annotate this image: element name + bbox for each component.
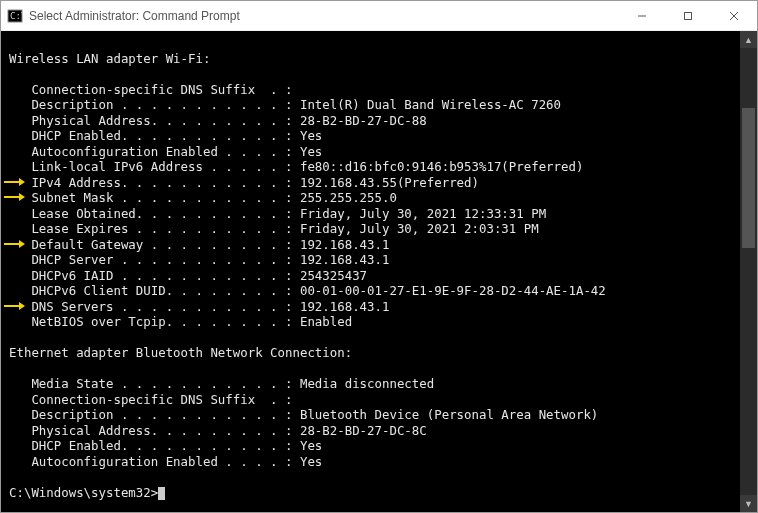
- config-row: NetBIOS over Tcpip. . . . . . . . : Enab…: [5, 314, 740, 330]
- config-row: Lease Obtained. . . . . . . . . . : Frid…: [5, 206, 740, 222]
- config-row: Autoconfiguration Enabled . . . . : Yes: [5, 454, 740, 470]
- highlight-arrow-icon: [5, 237, 25, 252]
- config-row: DHCPv6 Client DUID. . . . . . . . : 00-0…: [5, 283, 740, 299]
- minimize-button[interactable]: [619, 1, 665, 31]
- config-row: Media State . . . . . . . . . . . : Medi…: [5, 376, 740, 392]
- scrollbar-thumb[interactable]: [742, 108, 755, 248]
- terminal-output[interactable]: Wireless LAN adapter Wi-Fi: Connection-s…: [1, 31, 740, 512]
- svg-text:C:\: C:\: [10, 11, 23, 21]
- terminal-area: Wireless LAN adapter Wi-Fi: Connection-s…: [1, 31, 757, 512]
- config-row: Connection-specific DNS Suffix . :: [5, 82, 740, 98]
- scroll-down-arrow-icon[interactable]: ▼: [740, 495, 757, 512]
- svg-marker-9: [19, 193, 25, 201]
- close-button[interactable]: [711, 1, 757, 31]
- config-row: IPv4 Address. . . . . . . . . . . : 192.…: [5, 175, 740, 191]
- output-line: [5, 35, 740, 51]
- svg-marker-11: [19, 240, 25, 248]
- maximize-button[interactable]: [665, 1, 711, 31]
- prompt-text: C:\Windows\system32>: [9, 485, 158, 500]
- scrollbar-track[interactable]: [740, 48, 757, 495]
- svg-marker-7: [19, 178, 25, 186]
- config-row: Link-local IPv6 Address . . . . . : fe80…: [5, 159, 740, 175]
- output-line: [5, 330, 740, 346]
- scroll-up-arrow-icon[interactable]: ▲: [740, 31, 757, 48]
- config-row: DHCP Enabled. . . . . . . . . . . : Yes: [5, 128, 740, 144]
- cmd-icon: C:\: [7, 8, 23, 24]
- highlight-arrow-icon: [5, 190, 25, 205]
- cursor: [158, 487, 165, 500]
- config-row: Default Gateway . . . . . . . . . : 192.…: [5, 237, 740, 253]
- svg-marker-13: [19, 302, 25, 310]
- adapter-header: Ethernet adapter Bluetooth Network Conne…: [5, 345, 740, 361]
- config-row: DHCP Server . . . . . . . . . . . : 192.…: [5, 252, 740, 268]
- config-row: Physical Address. . . . . . . . . : 28-B…: [5, 113, 740, 129]
- config-row: Autoconfiguration Enabled . . . . : Yes: [5, 144, 740, 160]
- prompt-line[interactable]: C:\Windows\system32>: [5, 485, 740, 501]
- output-line: [5, 66, 740, 82]
- command-prompt-window: C:\ Select Administrator: Command Prompt…: [0, 0, 758, 513]
- config-row: Connection-specific DNS Suffix . :: [5, 392, 740, 408]
- highlight-arrow-icon: [5, 299, 25, 314]
- config-row: Subnet Mask . . . . . . . . . . . : 255.…: [5, 190, 740, 206]
- vertical-scrollbar[interactable]: ▲ ▼: [740, 31, 757, 512]
- config-row: Description . . . . . . . . . . . : Blue…: [5, 407, 740, 423]
- highlight-arrow-icon: [5, 175, 25, 190]
- adapter-header: Wireless LAN adapter Wi-Fi:: [5, 51, 740, 67]
- config-row: DHCPv6 IAID . . . . . . . . . . . : 2543…: [5, 268, 740, 284]
- window-title: Select Administrator: Command Prompt: [29, 9, 619, 23]
- config-row: Description . . . . . . . . . . . : Inte…: [5, 97, 740, 113]
- config-row: DNS Servers . . . . . . . . . . . : 192.…: [5, 299, 740, 315]
- svg-rect-3: [685, 12, 692, 19]
- titlebar[interactable]: C:\ Select Administrator: Command Prompt: [1, 1, 757, 31]
- config-row: Physical Address. . . . . . . . . : 28-B…: [5, 423, 740, 439]
- config-row: DHCP Enabled. . . . . . . . . . . : Yes: [5, 438, 740, 454]
- config-row: Lease Expires . . . . . . . . . . : Frid…: [5, 221, 740, 237]
- output-line: [5, 361, 740, 377]
- output-line: [5, 469, 740, 485]
